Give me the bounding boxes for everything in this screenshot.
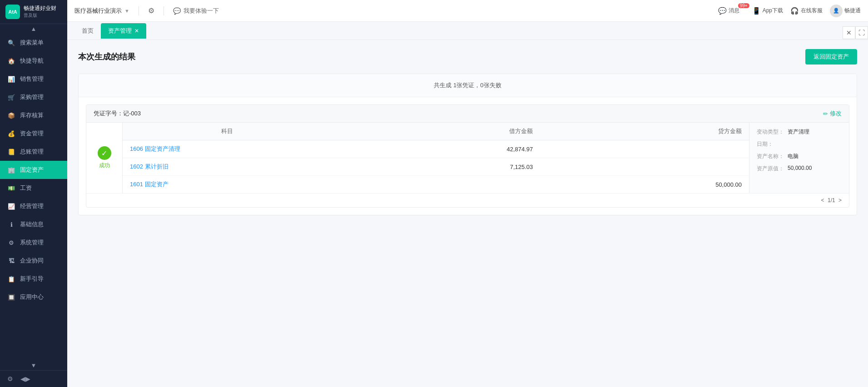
app-download-label: App下载 (763, 7, 783, 15)
sidebar-item-label: 应用中心 (20, 293, 44, 301)
sidebar-item-label: 企业协同 (20, 257, 44, 265)
home-icon: 🏠 (7, 57, 15, 65)
sidebar-item-ledger[interactable]: 📒 总账管理 (0, 143, 67, 161)
experience-btn[interactable]: 💬 我要体验一下 (173, 7, 219, 15)
pagination-next[interactable]: > (838, 197, 842, 203)
asset-name-value: 电脑 (788, 153, 799, 160)
edit-icon: ✏ (823, 110, 828, 117)
sidebar-item-salary[interactable]: 💵 工资 (0, 179, 67, 197)
asset-value-value: 50,000.00 (788, 165, 812, 173)
sidebar-item-label: 基础信息 (20, 220, 44, 228)
sidebar-item-app-center[interactable]: 🔲 应用中心 (0, 288, 67, 306)
row-debit-3 (332, 176, 541, 194)
company-selector[interactable]: 医疗器械行业演示 ▼ (74, 7, 129, 15)
notifications-label: 消息 (729, 7, 739, 15)
operations-icon: 📈 (7, 202, 15, 210)
sidebar-item-quick-nav[interactable]: 🏠 快捷导航 (0, 52, 67, 70)
voucher-block: 凭证字号：记-003 ✏ 修改 ✓ 成功 (86, 104, 849, 208)
sidebar-item-label: 快捷导航 (20, 57, 44, 65)
col-header-subject: 科目 (123, 123, 332, 140)
sidebar-item-label: 总账管理 (20, 148, 44, 156)
summary-text: 共生成 1张凭证，0张失败 (434, 82, 501, 89)
guide-icon: 📋 (7, 275, 15, 283)
company-dropdown-icon: ▼ (124, 8, 129, 14)
topbar-divider-1 (139, 6, 139, 15)
topbar: 医疗器械行业演示 ▼ ⚙ 💬 我要体验一下 💬 消息 99+ 📱 App下载 🎧… (67, 0, 868, 22)
main-area: 医疗器械行业演示 ▼ ⚙ 💬 我要体验一下 💬 消息 99+ 📱 App下载 🎧… (67, 0, 868, 387)
table-row: 1606 固定资产清理 42,874.97 (123, 140, 749, 158)
subject-link-2[interactable]: 1602 累计折旧 (130, 163, 169, 170)
mobile-icon: 📱 (752, 7, 761, 15)
tab-home[interactable]: 首页 (74, 23, 101, 39)
finance-icon: 💰 (7, 129, 15, 138)
sidebar-item-fixed-assets[interactable]: 🏢 固定资产 (0, 161, 67, 179)
topbar-right: 💬 消息 99+ 📱 App下载 🎧 在线客服 👤 畅捷通 (718, 5, 861, 17)
settings-gear-icon[interactable]: ⚙ (148, 6, 154, 15)
panel-close-btn[interactable]: ✕ (843, 26, 855, 39)
sidebar-item-label: 库存核算 (20, 111, 44, 119)
user-profile[interactable]: 👤 畅捷通 (830, 5, 861, 17)
sidebar-item-system[interactable]: ⚙ 系统管理 (0, 233, 67, 252)
panel-expand-btn[interactable]: ⛶ (855, 26, 868, 39)
sidebar-item-label: 新手引导 (20, 275, 44, 283)
app-download-btn[interactable]: 📱 App下载 (752, 7, 783, 15)
voucher-body: ✓ 成功 科目 借方金额 贷方金额 (86, 123, 849, 193)
voucher-number: 凭证字号：记-003 (94, 109, 141, 118)
row-credit-3: 50,000.00 (540, 176, 749, 194)
content-area: 本次生成的结果 返回固定资产 共生成 1张凭证，0张失败 凭证字号：记-003 … (67, 40, 868, 387)
experience-icon: 💬 (173, 7, 181, 15)
change-type-value: 资产清理 (788, 128, 809, 136)
ledger-icon: 📒 (7, 148, 15, 156)
side-row-change-type: 变动类型： 资产清理 (757, 128, 842, 136)
avatar: 👤 (830, 5, 843, 17)
subject-link-1[interactable]: 1606 固定资产清理 (130, 145, 180, 152)
tab-close-icon[interactable]: ✕ (134, 28, 139, 34)
inventory-icon: 📦 (7, 111, 15, 119)
row-credit-2 (540, 158, 749, 176)
sidebar-item-guide[interactable]: 📋 新手引导 (0, 270, 67, 288)
sidebar: AtA 畅捷通好业财 普及版 ▲ 🔍 搜索菜单 🏠 快捷导航 📊 销售管理 🛒 … (0, 0, 67, 387)
voucher-status-col: ✓ 成功 (86, 123, 123, 193)
sidebar-scroll-up[interactable]: ▲ (0, 24, 67, 34)
sidebar-item-finance[interactable]: 💰 资金管理 (0, 124, 67, 143)
table-row: 1602 累计折旧 7,125.03 (123, 158, 749, 176)
sidebar-item-label: 采购管理 (20, 93, 44, 101)
pagination-info: 1/1 (828, 197, 835, 203)
sidebar-item-operations[interactable]: 📈 经营管理 (0, 197, 67, 215)
side-row-date: 日期： (757, 140, 842, 148)
row-credit-1 (540, 140, 749, 158)
return-fixed-assets-button[interactable]: 返回固定资产 (805, 49, 857, 64)
row-subject-1: 1606 固定资产清理 (123, 140, 332, 158)
date-label: 日期： (757, 140, 784, 148)
online-service-label: 在线客服 (801, 7, 823, 15)
app-center-icon: 🔲 (7, 293, 15, 301)
online-service-btn[interactable]: 🎧 在线客服 (790, 7, 823, 15)
tab-asset-mgmt[interactable]: 资产管理 ✕ (101, 23, 146, 39)
row-subject-3: 1601 固定资产 (123, 176, 332, 194)
system-icon: ⚙ (7, 238, 15, 247)
edit-voucher-button[interactable]: ✏ 修改 (823, 109, 842, 118)
voucher-header: 凭证字号：记-003 ✏ 修改 (86, 105, 849, 123)
message-icon: 💬 (718, 7, 727, 15)
sidebar-scroll-down[interactable]: ▼ (0, 361, 67, 370)
table-row: 1601 固定资产 50,000.00 (123, 176, 749, 194)
sidebar-item-sales[interactable]: 📊 销售管理 (0, 70, 67, 88)
voucher-table-area: 科目 借方金额 贷方金额 1606 固定资产清理 (123, 123, 749, 193)
tabs-bar: 首页 资产管理 ✕ (67, 22, 868, 40)
col-header-debit: 借方金额 (332, 123, 541, 140)
col-header-credit: 贷方金额 (540, 123, 749, 140)
collapse-icon[interactable]: ◀▶ (20, 375, 30, 382)
sidebar-item-inventory[interactable]: 📦 库存核算 (0, 106, 67, 124)
pagination-prev[interactable]: < (821, 197, 824, 203)
result-panel: 共生成 1张凭证，0张失败 凭证字号：记-003 ✏ 修改 ✓ (78, 74, 857, 215)
sidebar-logo: AtA 畅捷通好业财 普及版 (0, 0, 67, 24)
sidebar-item-enterprise[interactable]: 🏗 企业协同 (0, 252, 67, 270)
asset-name-label: 资产名称： (757, 153, 784, 160)
settings-icon[interactable]: ⚙ (7, 375, 13, 382)
app-edition: 普及版 (24, 12, 56, 19)
sidebar-item-search[interactable]: 🔍 搜索菜单 (0, 34, 67, 52)
subject-link-3[interactable]: 1601 固定资产 (130, 181, 169, 188)
sidebar-item-purchase[interactable]: 🛒 采购管理 (0, 88, 67, 106)
notifications-btn[interactable]: 💬 消息 99+ (718, 7, 745, 15)
sidebar-item-basic-info[interactable]: ℹ 基础信息 (0, 215, 67, 233)
